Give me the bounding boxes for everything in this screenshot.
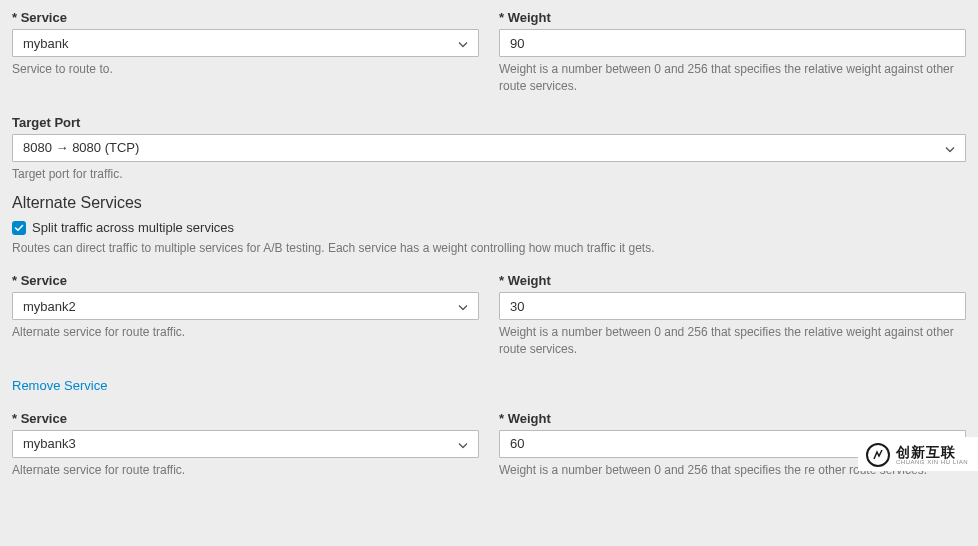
weight-label: * Weight bbox=[499, 10, 966, 25]
service-label: * Service bbox=[12, 10, 479, 25]
alt-weight-label: * Weight bbox=[499, 411, 966, 426]
watermark-text-en: CHUANG XIN HU LIAN bbox=[896, 459, 968, 465]
alternate-services-desc: Routes can direct traffic to multiple se… bbox=[12, 241, 966, 255]
weight-help: Weight is a number between 0 and 256 tha… bbox=[499, 61, 966, 95]
alt-service-help: Alternate service for route traffic. bbox=[12, 462, 479, 479]
watermark-text-cn: 创新互联 bbox=[896, 445, 968, 459]
alt-service-label: * Service bbox=[12, 273, 479, 288]
service-select[interactable]: mybank bbox=[12, 29, 479, 57]
alt-service-value: mybank3 bbox=[23, 436, 76, 451]
chevron-down-icon bbox=[458, 436, 468, 451]
alt-weight-input-1[interactable] bbox=[499, 292, 966, 320]
alt-weight-label: * Weight bbox=[499, 273, 966, 288]
target-port-select[interactable]: 8080 → 8080 (TCP) bbox=[12, 134, 966, 162]
split-traffic-checkbox[interactable] bbox=[12, 221, 26, 235]
chevron-down-icon bbox=[458, 36, 468, 51]
alternate-services-title: Alternate Services bbox=[12, 194, 966, 212]
weight-input[interactable] bbox=[499, 29, 966, 57]
alt-service-select-1[interactable]: mybank2 bbox=[12, 292, 479, 320]
watermark-logo-icon bbox=[866, 443, 890, 467]
watermark: 创新互联 CHUANG XIN HU LIAN bbox=[858, 437, 978, 471]
alt-service-select-2[interactable]: mybank3 bbox=[12, 430, 479, 458]
split-traffic-label: Split traffic across multiple services bbox=[32, 220, 234, 235]
target-port-help: Target port for traffic. bbox=[12, 166, 966, 183]
remove-service-link[interactable]: Remove Service bbox=[12, 378, 107, 393]
service-select-value: mybank bbox=[23, 36, 69, 51]
service-help: Service to route to. bbox=[12, 61, 479, 78]
alt-service-help: Alternate service for route traffic. bbox=[12, 324, 479, 341]
chevron-down-icon bbox=[945, 140, 955, 155]
alt-weight-help: Weight is a number between 0 and 256 tha… bbox=[499, 324, 966, 358]
alt-service-label: * Service bbox=[12, 411, 479, 426]
chevron-down-icon bbox=[458, 299, 468, 314]
alt-service-value: mybank2 bbox=[23, 299, 76, 314]
target-port-value: 8080 → 8080 (TCP) bbox=[23, 140, 139, 155]
target-port-label: Target Port bbox=[12, 115, 966, 130]
